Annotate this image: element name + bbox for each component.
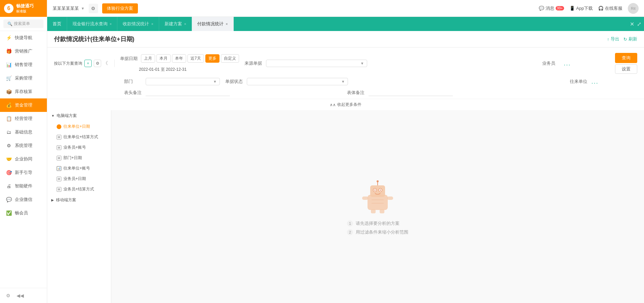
sidebar-bottom: ⚙ ◀◀	[0, 288, 47, 303]
settings-bottom-button[interactable]: ⚙	[3, 291, 13, 300]
sidebar-item-hardware[interactable]: 🖨 智能硬件	[0, 179, 47, 193]
column-settings-button[interactable]: 设置	[615, 64, 637, 74]
tab-cashflow-close-icon[interactable]: ×	[110, 22, 112, 26]
date-more-btn[interactable]: 更多	[205, 54, 219, 63]
svg-rect-10	[371, 209, 376, 213]
tab-cashflow[interactable]: 现金银行流水查询 ×	[67, 17, 117, 31]
header-actions: 💬 消息 99+ 📱 App下载 🎧 在线客服 Rit	[539, 3, 639, 14]
date-7days-btn[interactable]: 近7天	[187, 54, 204, 63]
dept-arrow-icon: ▼	[213, 80, 217, 84]
page-content: 付款情况统计(往来单位+日期) ↑ 导出 ↻ 刷新 按以	[47, 31, 644, 303]
sidebar-item-purchase[interactable]: 🛒 采购管理	[0, 71, 47, 85]
inventory-icon: 📦	[5, 88, 12, 95]
tab-payments-close-icon[interactable]: ×	[226, 22, 228, 26]
online-support-button[interactable]: 🎧 在线客服	[598, 5, 622, 11]
sidebar-item-marketing[interactable]: 🎁 营销推广	[0, 44, 47, 58]
company-selector[interactable]: 某某某某某某 ▼	[53, 5, 85, 11]
source-select[interactable]: ▼	[266, 60, 367, 67]
support-icon: 🎧	[598, 6, 604, 11]
tip-num-1: 1	[347, 220, 353, 226]
sidebar-item-finance[interactable]: 💰 资金管理	[0, 98, 47, 112]
filter-row-3: 表头备注 表体备注	[54, 89, 637, 96]
scheme-group-mobile: ▶ 移动端方案	[47, 194, 111, 206]
date-this-year-btn[interactable]: 本年	[172, 54, 186, 63]
svg-point-5	[380, 189, 381, 191]
scheme-group-mobile-title: 移动端方案	[56, 197, 76, 203]
user-avatar[interactable]: Rit	[628, 3, 639, 14]
sidebar-item-enterprise[interactable]: 🤝 企业协同	[0, 152, 47, 166]
tab-new-scheme-close-icon[interactable]: ×	[184, 22, 186, 26]
sidebar-item-label: 销售管理	[15, 62, 32, 68]
scheme-item-staff-date[interactable]: ▦ 业务员+日期	[47, 174, 111, 184]
finance-icon: 💰	[5, 102, 12, 109]
dept-select[interactable]: ▼	[146, 78, 220, 85]
empty-illustration	[357, 178, 398, 215]
doc-status-select[interactable]: ▼	[247, 78, 348, 85]
sidebar-item-system[interactable]: ⚙ 系统管理	[0, 139, 47, 152]
export-button[interactable]: ↑ 导出	[607, 36, 620, 42]
tip-2-text: 用过滤条件来缩小分析范围	[356, 229, 408, 235]
tab-payments[interactable]: 付款情况统计 ×	[192, 17, 233, 31]
sidebar-item-newbie[interactable]: 🎯 新手引导	[0, 166, 47, 179]
scheme-settings-button[interactable]: ⚙	[94, 60, 101, 67]
scheme-group-mobile-arrow-icon: ▶	[51, 198, 54, 202]
staff-dots-button[interactable]: ...	[564, 60, 571, 67]
svg-rect-0	[368, 195, 388, 210]
date-this-month-btn[interactable]: 本月	[156, 54, 171, 63]
wechat-icon: 💬	[5, 196, 12, 203]
date-custom-btn[interactable]: 自定义	[221, 54, 239, 63]
header-settings-button[interactable]: ⚙	[89, 4, 98, 13]
tab-close-all-icon[interactable]: ✕	[630, 21, 634, 27]
trial-btn[interactable]: 体验行业方案	[102, 3, 138, 13]
partner-dots-button[interactable]: ...	[591, 78, 598, 85]
scheme-item-staff-settlement[interactable]: ▦ 业务员+结算方式	[47, 184, 111, 194]
table-body-note-input[interactable]	[369, 89, 453, 96]
sidebar-item-sales[interactable]: 📊 销售管理	[0, 58, 47, 71]
scheme-item-partner-date[interactable]: 往来单位+日期	[47, 121, 111, 132]
scheme-group-mobile-header[interactable]: ▶ 移动端方案	[47, 194, 111, 206]
sidebar-logo: 6 畅捷通巧 标准版	[0, 0, 47, 17]
collapse-conditions-button[interactable]: ∧∧ 收起更多条件	[47, 99, 644, 110]
tab-new-scheme[interactable]: 新建方案 ×	[159, 17, 192, 31]
scheme-item-staff-account[interactable]: ▦ 业务员+账号	[47, 142, 111, 153]
add-scheme-button[interactable]: +	[84, 60, 92, 67]
sidebar-item-operations[interactable]: 📋 经营管理	[0, 112, 47, 125]
scheme-item-label: 业务员+结算方式	[63, 186, 94, 192]
tab-receipts[interactable]: 收款情况统计 ×	[117, 17, 159, 31]
sidebar-nav: ⚡ 快捷导航 🎁 营销推广 📊 销售管理 🛒 采购管理 📦 库存核算 💰 资金管…	[0, 31, 47, 288]
search-menu-button[interactable]: 🔍 搜索菜单	[3, 20, 43, 28]
tab-expand-icon[interactable]: ⤢	[637, 21, 641, 27]
date-last-month-btn[interactable]: 上月	[141, 54, 155, 63]
tab-receipts-close-icon[interactable]: ×	[151, 22, 153, 26]
tip-1-text: 请先选择要分析的方案	[356, 220, 400, 226]
query-button[interactable]: 查询	[615, 53, 637, 63]
scheme-item-label: 往来单位+日期	[63, 124, 90, 129]
tab-home[interactable]: 首页	[47, 17, 67, 31]
refresh-button[interactable]: ↻ 刷新	[623, 36, 637, 42]
scheme-collapse-button[interactable]: 《	[103, 60, 108, 66]
logo-subtitle: 标准版	[16, 9, 34, 14]
messages-button[interactable]: 💬 消息 99+	[539, 5, 564, 11]
tab-bar: 首页 现金银行流水查询 × 收款情况统计 × 新建方案 × 付款情况统计 × ✕…	[47, 17, 644, 31]
sidebar-item-wechat[interactable]: 💬 企业微信	[0, 193, 47, 206]
sidebar-item-label: 智能硬件	[15, 183, 32, 189]
app-download-button[interactable]: 📱 App下载	[569, 5, 593, 11]
filter-panel: 按以下方案查询 + ⚙ 《 单据日期 上月 本月 本年 近7天	[47, 48, 644, 99]
scheme-item-partner-settlement[interactable]: ▦ 往来单位+结算方式	[47, 132, 111, 142]
sidebar-item-label: 快捷导航	[15, 35, 32, 41]
quick-icon: ⚡	[5, 34, 12, 41]
avatar-text: Rit	[631, 6, 635, 10]
collapse-sidebar-button[interactable]: ◀◀	[16, 291, 25, 300]
sidebar-item-basic[interactable]: 🗂 基础信息	[0, 125, 47, 139]
table-header-note-input[interactable]	[146, 89, 230, 96]
company-name: 某某某某某某	[53, 5, 79, 11]
scheme-item-partner-account[interactable]: 📊 往来单位+账号	[47, 163, 111, 174]
sidebar-item-inventory[interactable]: 📦 库存核算	[0, 85, 47, 98]
tip-num-2: 2	[347, 229, 353, 235]
scheme-item-dept-date[interactable]: ▦ 部门+日期	[47, 153, 111, 163]
sidebar-item-quick[interactable]: ⚡ 快捷导航	[0, 31, 47, 44]
scheme-group-desktop-header[interactable]: ▼ 电脑端方案	[47, 110, 111, 121]
scheme-table-icon: ▦	[57, 177, 61, 181]
sidebar-item-member[interactable]: ✅ 畅会员	[0, 206, 47, 220]
messages-badge: 99+	[556, 6, 564, 10]
